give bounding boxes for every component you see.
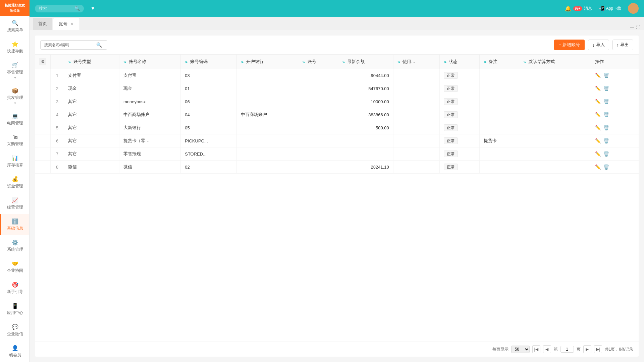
account-toolbar: 🔍 + 新增账号 ↓ 导入 ↑ 导出 [35, 36, 639, 55]
sidebar-item-appcenter[interactable]: 📱 应用中心 [0, 299, 29, 320]
edit-button[interactable]: ✏️ [595, 151, 601, 157]
sidebar-item-label: 基础信息 [7, 226, 23, 231]
sidebar-item-wholesale[interactable]: 📦 批发管理 ▼ [0, 83, 29, 109]
col-usage[interactable]: ⇅ 使用... [393, 55, 439, 69]
sidebar-item-member[interactable]: 👤 畅会员 [0, 341, 29, 362]
last-page-button[interactable]: ▶| [594, 345, 602, 353]
tab-close-icon[interactable]: ✕ [69, 22, 74, 26]
topbar-search-input[interactable] [39, 6, 72, 11]
target-icon: 🎯 [12, 282, 18, 288]
col-balance[interactable]: ⇅ 最新余额 [338, 55, 393, 69]
row-default-settle [519, 147, 591, 161]
col-name[interactable]: ⇅ 账号名称 [119, 55, 180, 69]
row-actions: ✏️ 🗑️ [591, 69, 639, 82]
prev-page-button[interactable]: ◀ [543, 345, 551, 353]
sidebar-item-label: 采购管理 [7, 141, 23, 147]
row-balance [338, 147, 393, 161]
row-num: 5 [51, 121, 64, 134]
row-default-settle [519, 121, 591, 134]
message-count-badge: 99+ [573, 6, 582, 11]
tab-home[interactable]: 首页 [33, 18, 52, 30]
sidebar-item-search[interactable]: 🔍 搜索菜单 [0, 16, 29, 37]
col-status[interactable]: ⇅ 状态 [439, 55, 479, 69]
table-row: 1 支付宝 支付宝 03 -90444.00 正常 ✏️ 🗑️ [35, 69, 639, 82]
first-page-button[interactable]: |◀ [532, 345, 540, 353]
row-bank [236, 161, 298, 174]
sort-icon: ⇅ [397, 60, 400, 64]
row-type: 其它 [64, 121, 119, 134]
edit-button[interactable]: ✏️ [595, 112, 601, 117]
edit-button[interactable]: ✏️ [595, 73, 601, 78]
row-usage [393, 69, 439, 82]
account-search-box[interactable]: 🔍 [40, 40, 107, 50]
row-bank [236, 134, 298, 147]
edit-button[interactable]: ✏️ [595, 125, 601, 130]
sidebar-item-inventory[interactable]: 📊 库存核算 [0, 151, 29, 172]
sidebar-item-quicknav[interactable]: ⭐ 快捷导航 [0, 37, 29, 58]
delete-button[interactable]: 🗑️ [603, 151, 609, 157]
user-icon: 👤 [12, 345, 18, 351]
sidebar-item-guide[interactable]: 🎯 新手引导 [0, 278, 29, 299]
sidebar-item-collab[interactable]: 🤝 企业协同 [0, 256, 29, 278]
sidebar-item-finance[interactable]: 💰 资金管理 [0, 172, 29, 193]
import-button[interactable]: ↓ 导入 [588, 40, 609, 50]
money-icon: 💰 [12, 176, 18, 182]
row-account [298, 95, 338, 108]
col-account[interactable]: ⇅ 账号 [298, 55, 338, 69]
sidebar-item-system[interactable]: ⚙️ 系统管理 [0, 235, 29, 256]
page-number-input[interactable] [560, 346, 574, 353]
user-avatar[interactable] [628, 3, 639, 14]
topbar-right: 🔔 99+ 消息 📲 App下载 [565, 3, 639, 14]
row-status: 正常 [439, 161, 479, 174]
sidebar-item-label: 企业协同 [7, 268, 23, 274]
row-code: 05 [181, 121, 237, 134]
edit-button[interactable]: ✏️ [595, 99, 601, 104]
delete-button[interactable]: 🗑️ [603, 164, 609, 170]
minimize-icon[interactable]: — [630, 25, 634, 30]
sidebar-item-purchase[interactable]: 🛍 采购管理 [0, 130, 29, 151]
account-search-input[interactable] [44, 43, 94, 47]
sidebar-item-ecommerce[interactable]: 💻 电商管理 [0, 109, 29, 130]
sidebar-item-business[interactable]: 📈 经营管理 [0, 193, 29, 214]
star-icon: ⭐ [12, 41, 18, 47]
sidebar-item-label: 企业微信 [7, 331, 23, 337]
table-row: 3 其它 moneybosx 06 10000.00 正常 ✏️ 🗑️ [35, 95, 639, 108]
col-default-settle[interactable]: ⇅ 默认结算方式 [519, 55, 591, 69]
chart-icon: 📊 [12, 155, 18, 161]
column-settings-button[interactable]: ⚙ [39, 58, 46, 65]
row-num: 2 [51, 82, 64, 95]
col-bank[interactable]: ⇅ 开户银行 [236, 55, 298, 69]
collapse-arrow-icon[interactable]: ▼ [89, 4, 97, 13]
row-balance: -90444.00 [338, 69, 393, 82]
sidebar-item-basic-info[interactable]: ℹ️ 基础信息 [0, 214, 29, 235]
export-button[interactable]: ↑ 导出 [612, 40, 634, 50]
delete-button[interactable]: 🗑️ [603, 73, 609, 78]
sidebar-item-retail[interactable]: 🛒 零售管理 ▼ [0, 58, 29, 83]
delete-button[interactable]: 🗑️ [603, 112, 609, 117]
maximize-icon[interactable]: ⛶ [636, 25, 640, 30]
app-download-button[interactable]: 📲 App下载 [599, 6, 621, 11]
topbar-search-box[interactable]: 🔍 [35, 5, 84, 12]
row-balance: 547670.00 [338, 82, 393, 95]
edit-button[interactable]: ✏️ [595, 138, 601, 143]
sidebar-item-wechat-work[interactable]: 💬 企业微信 [0, 320, 29, 341]
page-size-select[interactable]: 50 10 20 100 [511, 346, 530, 353]
delete-button[interactable]: 🗑️ [603, 86, 609, 91]
tab-account[interactable]: 账号 ✕ [53, 18, 80, 30]
row-code: 04 [181, 108, 237, 121]
row-actions: ✏️ 🗑️ [591, 161, 639, 174]
add-account-button[interactable]: + 新增账号 [554, 40, 585, 50]
delete-button[interactable]: 🗑️ [603, 99, 609, 104]
edit-button[interactable]: ✏️ [595, 86, 601, 91]
message-button[interactable]: 🔔 99+ 消息 [565, 5, 592, 12]
col-note[interactable]: ⇅ 备注 [479, 55, 519, 69]
row-gear-cell [35, 147, 51, 161]
edit-button[interactable]: ✏️ [595, 164, 601, 170]
sort-icon: ⇅ [523, 60, 526, 64]
col-type[interactable]: ⇅ 账号类型 [64, 55, 119, 69]
delete-button[interactable]: 🗑️ [603, 138, 609, 143]
sidebar-item-label: 经营管理 [7, 204, 23, 210]
delete-button[interactable]: 🗑️ [603, 125, 609, 130]
col-code[interactable]: ⇅ 账号编码 [181, 55, 237, 69]
next-page-button[interactable]: ▶ [583, 345, 591, 353]
